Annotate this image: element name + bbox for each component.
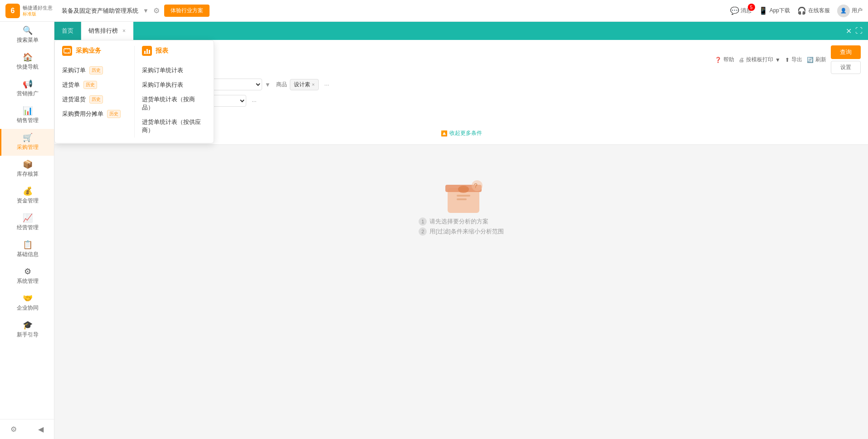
app-download-label: App下载	[770, 7, 790, 15]
svg-text:?: ?	[474, 182, 478, 189]
purchase-section-title: 采购业务	[76, 47, 101, 55]
dropdown-item-inbound[interactable]: 进货单 历史	[62, 78, 127, 92]
tab-close-icon[interactable]: ×	[122, 28, 126, 34]
help-icon: ❓	[715, 57, 722, 63]
megaphone-icon: 📢	[23, 80, 33, 88]
sidebar-item-newbie[interactable]: 🎓 新手引导	[0, 316, 54, 343]
svg-rect-11	[146, 49, 148, 54]
empty-hint-2: 2 用[过滤]条件来缩小分析范围	[419, 227, 503, 236]
logo-main: 畅捷通好生意	[23, 5, 53, 11]
sidebar-label-basic: 基础信息	[17, 251, 39, 258]
step-num-1: 1	[419, 217, 427, 226]
print-dropdown-icon: ▼	[775, 57, 780, 63]
purchase-dropdown-menu: 采购业务 采购订单 历史 进货单 历史 进货退货 历史	[54, 40, 214, 143]
sidebar-item-quick-nav[interactable]: 🏠 快捷导航	[0, 49, 54, 75]
dropdown-item-purchase-order[interactable]: 采购订单 历史	[62, 63, 127, 78]
dropdown-item-return[interactable]: 进货退货 历史	[62, 92, 127, 107]
purchase-column-header: 采购业务	[62, 46, 127, 59]
tab-maximize-btn[interactable]: ⛶	[855, 27, 863, 35]
chevron-up-icon: 🔼	[441, 130, 448, 137]
dropdown-item-inbound-by-supplier[interactable]: 进货单统计表（按供应商）	[142, 115, 207, 138]
industry-btn[interactable]: 体验行业方案	[164, 5, 210, 17]
export-label: 导出	[791, 56, 802, 64]
sidebar-collapse-btn[interactable]: ◀	[34, 423, 47, 435]
home-icon: 🏠	[23, 53, 33, 61]
empty-hint-1-text: 请先选择要分析的方案	[429, 217, 488, 226]
sidebar-item-purchase[interactable]: 🛒 采购管理	[0, 129, 54, 156]
tab-bar: 首页 销售排行榜 × ✕ ⛶	[54, 22, 868, 40]
sidebar-item-enterprise[interactable]: 🤝 企业协同	[0, 290, 54, 316]
empty-hint-2-text: 用[过滤]条件来缩小分析范围	[429, 227, 503, 236]
sidebar-item-marketing[interactable]: 📢 营销推广	[0, 75, 54, 102]
top-header: 6 畅捷通好生意 标准版 装备及固定资产辅助管理系统 ▼ ⚙ 体验行业方案 💬 …	[0, 0, 868, 22]
settings-button[interactable]: 设置	[831, 61, 861, 74]
svg-point-2	[458, 186, 469, 193]
goods-tag-value: 设计素	[294, 81, 310, 89]
sidebar-item-sales[interactable]: 📊 销售管理	[0, 102, 54, 129]
sidebar-item-finance[interactable]: 💰 资金管理	[0, 183, 54, 209]
dropdown-item-expense[interactable]: 采购费用分摊单 历史	[62, 107, 127, 121]
notification-item[interactable]: 💬 消息 5	[730, 6, 751, 15]
goods-tag[interactable]: 设计素 ×	[290, 79, 319, 90]
app-download-item[interactable]: 📱 App下载	[759, 6, 790, 15]
dropdown-arrow-icon[interactable]: ▼	[143, 7, 149, 14]
purchase-column: 采购业务 采购订单 历史 进货单 历史 进货退货 历史	[55, 46, 134, 138]
empty-state: ? 1 请先选择要分析的方案 2 用[过滤]条件来缩小分析范围	[54, 145, 868, 265]
goods-tag-close-icon[interactable]: ×	[312, 82, 315, 87]
sidebar-settings-btn[interactable]: ⚙	[7, 423, 20, 435]
row1-more-btn[interactable]: ···	[324, 81, 329, 88]
print-label: 按模板打印	[746, 56, 773, 64]
export-btn[interactable]: ⬆ 导出	[785, 56, 802, 64]
print-icon: 🖨	[739, 57, 744, 63]
purchase-order-exec-label: 采购订单执行表	[142, 81, 183, 89]
notification-badge: 5	[748, 4, 755, 11]
empty-text-block: 1 请先选择要分析的方案 2 用[过滤]条件来缩小分析范围	[419, 216, 503, 237]
user-item[interactable]: 👤 用户	[837, 5, 863, 17]
empty-hint-1: 1 请先选择要分析的方案	[419, 217, 503, 226]
row2-more-btn[interactable]: ···	[252, 98, 257, 104]
print-btn[interactable]: 🖨 按模板打印 ▼	[739, 56, 780, 64]
expense-history-badge: 历史	[107, 110, 121, 118]
sidebar-label-sales: 销售管理	[17, 117, 39, 124]
tab-minimize-btn[interactable]: ✕	[846, 27, 852, 35]
sidebar-item-basic[interactable]: 📋 基础信息	[0, 236, 54, 263]
export-icon: ⬆	[785, 57, 790, 63]
dropdown-item-inbound-by-goods[interactable]: 进货单统计表（按商品）	[142, 92, 207, 115]
empty-svg: ?	[443, 172, 488, 217]
search-icon: 🔍	[23, 26, 33, 35]
purchase-order-stats-label: 采购订单统计表	[142, 66, 183, 74]
help-btn[interactable]: ❓ 帮助	[715, 56, 734, 64]
refresh-label: 刷新	[815, 56, 826, 64]
header-right: 💬 消息 5 📱 App下载 🎧 在线客服 👤 用户	[730, 5, 863, 17]
trend-icon: 📈	[23, 214, 33, 222]
filter-goods: 商品 设计素 ×	[276, 79, 319, 90]
sidebar-item-operation[interactable]: 📈 经营管理	[0, 209, 54, 236]
report-column: 报表 采购订单统计表 采购订单执行表 进货单统计表（按商品） 进货单统计表（按供…	[134, 46, 214, 138]
tab-home[interactable]: 首页	[54, 22, 81, 40]
purchase-header-icon	[62, 46, 72, 56]
logo-sub: 标准版	[23, 11, 53, 17]
query-button[interactable]: 查询	[831, 45, 861, 59]
return-history-badge: 历史	[89, 95, 103, 104]
step-num-2: 2	[419, 227, 427, 236]
online-service-item[interactable]: 🎧 在线客服	[797, 6, 830, 15]
sidebar-item-inventory[interactable]: 📦 库存核算	[0, 156, 54, 183]
goods-label: 商品	[276, 81, 287, 89]
sidebar-label-quick-nav: 快捷导航	[17, 63, 39, 71]
return-label: 进货退货	[62, 95, 86, 104]
svg-point-9	[68, 52, 69, 53]
collapse-label: 收起更多条件	[449, 129, 482, 137]
sidebar-item-system[interactable]: ⚙ 系统管理	[0, 263, 54, 290]
sidebar-item-search[interactable]: 🔍 搜索菜单	[0, 22, 54, 49]
tab-home-label: 首页	[62, 27, 73, 35]
money-icon: 💰	[23, 187, 33, 195]
cart-header-icon	[63, 47, 71, 54]
refresh-btn[interactable]: 🔄 刷新	[807, 56, 826, 64]
purchase-order-label: 采购订单	[62, 66, 86, 74]
dropdown-item-purchase-order-stats[interactable]: 采购订单统计表	[142, 63, 207, 78]
gear-settings-icon[interactable]: ⚙	[153, 6, 160, 15]
tab-sales-ranking[interactable]: 销售排行榜 ×	[81, 22, 133, 40]
report-section-title: 报表	[156, 47, 168, 55]
sidebar-label-operation: 经营管理	[17, 224, 39, 232]
dropdown-item-purchase-order-exec[interactable]: 采购订单执行表	[142, 78, 207, 92]
